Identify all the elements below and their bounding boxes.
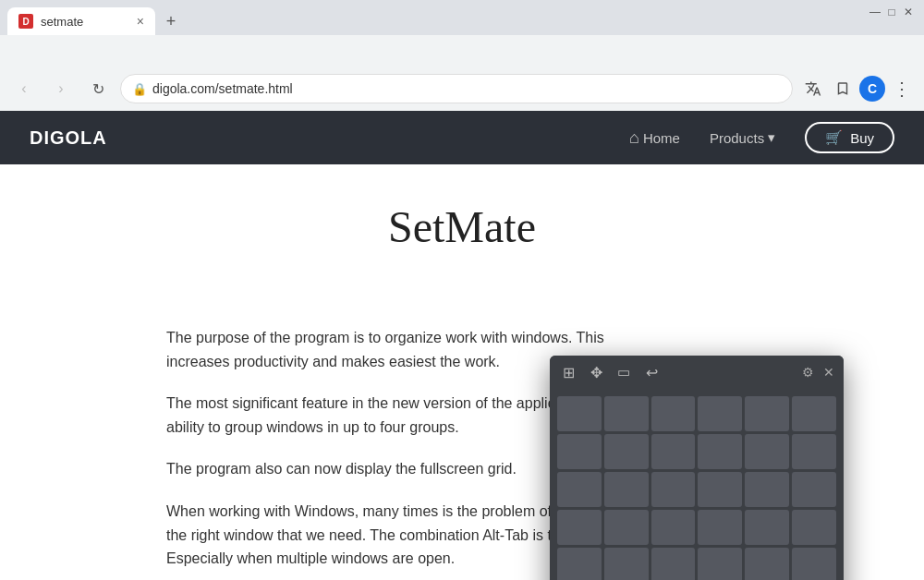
tab-close-button[interactable]: ×	[137, 14, 144, 29]
grid-cell[interactable]	[745, 472, 789, 507]
popup-close-icon[interactable]: ✕	[823, 365, 834, 380]
grid-cell[interactable]	[698, 548, 742, 580]
grid-cell[interactable]	[557, 434, 602, 469]
minimize-button[interactable]: —	[869, 6, 881, 18]
site-logo: DIGOLA	[30, 127, 107, 149]
popup-move-icon[interactable]: ✥	[587, 363, 605, 381]
popup-grid-icon[interactable]: ⊞	[559, 363, 578, 381]
grid-cell[interactable]	[651, 510, 696, 545]
buy-label: Buy	[850, 130, 874, 146]
lock-icon: 🔒	[132, 82, 147, 96]
url-text: digola.com/setmate.html	[152, 81, 781, 96]
page-title: SetMate	[166, 201, 758, 252]
grid-cell[interactable]	[745, 396, 789, 431]
grid-cell[interactable]	[651, 396, 696, 431]
grid-cell[interactable]	[651, 472, 696, 507]
nav-home[interactable]: ⌂ Home	[629, 128, 680, 148]
browser-tab[interactable]: D setmate ×	[7, 7, 155, 35]
grid-cell[interactable]	[604, 472, 649, 507]
address-bar-row: ‹ › ↻ 🔒 digola.com/setmate.html C ⋮	[0, 66, 924, 111]
window-controls: — □ ✕	[869, 6, 915, 18]
maximize-button[interactable]: □	[885, 6, 898, 18]
grid-cell[interactable]	[698, 472, 742, 507]
nav-products-arrow: ▾	[768, 129, 775, 146]
nav-products-label: Products	[710, 130, 764, 146]
refresh-button[interactable]: ↻	[83, 74, 113, 103]
tab-bar: D setmate × +	[0, 0, 924, 35]
tab-title: setmate	[41, 15, 83, 29]
grid-cell[interactable]	[651, 548, 696, 580]
grid-cell[interactable]	[792, 396, 836, 431]
grid-cell[interactable]	[792, 434, 836, 469]
nav-products[interactable]: Products ▾	[710, 129, 775, 146]
grid-cell[interactable]	[792, 472, 836, 507]
grid-cell[interactable]	[651, 434, 696, 469]
popup-settings-icon[interactable]: ⚙	[802, 365, 814, 380]
new-tab-button[interactable]: +	[159, 9, 183, 33]
toolbar-icons: C ⋮	[800, 76, 915, 102]
grid-cell[interactable]	[698, 510, 742, 545]
grid-cell[interactable]	[604, 396, 649, 431]
grid-cell[interactable]	[557, 472, 602, 507]
grid-cell[interactable]	[604, 510, 649, 545]
grid-cell[interactable]	[557, 548, 602, 580]
grid-cell[interactable]	[745, 510, 789, 545]
grid-cell[interactable]	[745, 434, 789, 469]
title-bar: D setmate × + — □ ✕	[0, 0, 924, 31]
popup-grid	[550, 389, 844, 580]
menu-button[interactable]: ⋮	[889, 76, 915, 102]
grid-cell[interactable]	[604, 548, 649, 580]
grid-cell[interactable]	[557, 396, 602, 431]
page-content: DIGOLA ⌂ Home Products ▾ 🛒 Buy SetMate T…	[0, 111, 924, 580]
bookmark-button[interactable]	[830, 76, 856, 102]
grid-cell[interactable]	[745, 548, 789, 580]
popup-undo-icon[interactable]: ↩	[642, 363, 661, 381]
popup-titlebar: ⊞ ✥ ▭ ↩ ⚙ ✕	[550, 356, 844, 389]
popup-monitor-icon[interactable]: ▭	[614, 363, 633, 381]
popup-titlebar-icons: ⚙ ✕	[802, 365, 834, 380]
buy-button[interactable]: 🛒 Buy	[805, 122, 894, 153]
grid-cell[interactable]	[698, 396, 742, 431]
nav-home-label: Home	[643, 130, 680, 146]
translate-button[interactable]	[800, 76, 826, 102]
site-nav: DIGOLA ⌂ Home Products ▾ 🛒 Buy	[0, 111, 924, 164]
home-icon: ⌂	[629, 128, 639, 148]
grid-cell[interactable]	[792, 510, 836, 545]
tab-favicon: D	[18, 14, 33, 29]
grid-cell[interactable]	[792, 548, 836, 580]
grid-cell[interactable]	[698, 434, 742, 469]
address-bar[interactable]: 🔒 digola.com/setmate.html	[120, 74, 793, 103]
cart-icon: 🛒	[825, 129, 843, 146]
close-button[interactable]: ✕	[902, 6, 915, 18]
grid-cell[interactable]	[604, 434, 649, 469]
grid-cell[interactable]	[557, 510, 602, 545]
back-button[interactable]: ‹	[9, 74, 39, 103]
profile-button[interactable]: C	[859, 76, 885, 102]
setmate-popup: ⊞ ✥ ▭ ↩ ⚙ ✕ setmate - Google Chrome	[550, 356, 844, 580]
forward-button[interactable]: ›	[46, 74, 76, 103]
